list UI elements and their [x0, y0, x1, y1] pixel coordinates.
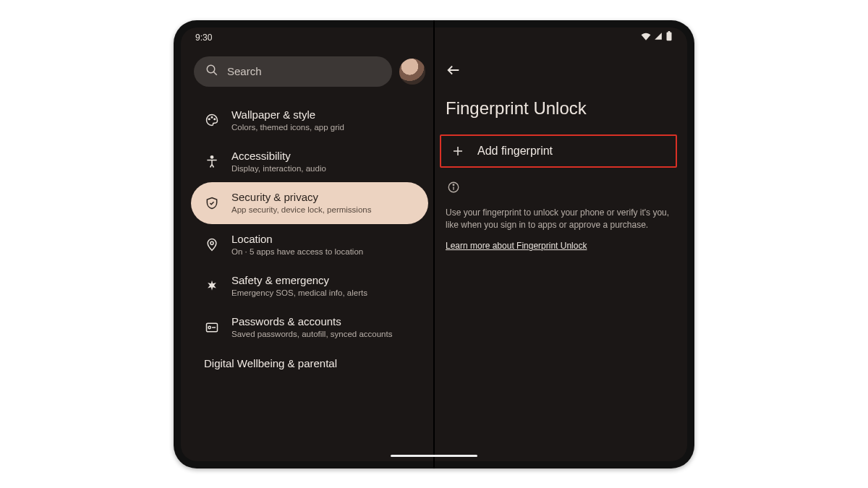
location-icon — [204, 236, 220, 252]
nav-handle[interactable] — [391, 455, 477, 457]
svg-point-7 — [210, 155, 213, 158]
emergency-icon — [204, 278, 220, 294]
sidebar-item-sub: On · 5 apps have access to location — [231, 247, 363, 257]
sidebar-item-sub: Emergency SOS, medical info, alerts — [231, 288, 367, 298]
add-fingerprint-label: Add fingerprint — [477, 145, 553, 158]
signal-icon — [654, 32, 663, 43]
wifi-icon — [641, 32, 651, 43]
sidebar-item-security[interactable]: Security & privacy App security, device … — [191, 182, 428, 223]
sidebar-item-sub: Colors, themed icons, app grid — [231, 122, 344, 132]
sidebar-item-label: Safety & emergency — [231, 274, 367, 286]
svg-point-8 — [210, 242, 213, 245]
shield-icon — [204, 195, 220, 211]
device-frame: 9:30 Search — [174, 20, 694, 468]
settings-list: Wallpaper & style Colors, themed icons, … — [191, 100, 428, 369]
sidebar-item-accessibility[interactable]: Accessibility Display, interaction, audi… — [191, 141, 428, 182]
plus-icon — [451, 145, 464, 158]
info-icon — [440, 181, 677, 197]
screen: 9:30 Search — [181, 27, 687, 461]
accessibility-icon — [204, 154, 220, 170]
svg-point-5 — [211, 117, 213, 119]
sidebar-item-label: Digital Wellbeing & parental — [204, 357, 337, 369]
back-button[interactable] — [446, 62, 461, 81]
battery-icon — [665, 31, 673, 43]
search-row: Search — [194, 56, 425, 87]
status-time: 9:30 — [195, 33, 212, 43]
detail-pane: Fingerprint Unlock Add fingerprint Use y… — [434, 27, 687, 461]
svg-point-10 — [208, 326, 210, 328]
learn-more-link[interactable]: Learn more about Fingerprint Unlock — [440, 241, 587, 251]
settings-list-pane: Search Wallpaper & style Colors, themed … — [181, 27, 434, 461]
search-placeholder: Search — [227, 65, 262, 77]
search-icon — [205, 64, 218, 79]
status-right — [641, 31, 673, 43]
svg-point-6 — [214, 119, 216, 120]
sidebar-item-sub: App security, device lock, permissions — [231, 205, 371, 215]
svg-rect-1 — [668, 31, 671, 33]
status-bar: 9:30 — [181, 27, 687, 48]
info-text: Use your fingerprint to unlock your phon… — [440, 207, 677, 232]
add-fingerprint-button[interactable]: Add fingerprint — [440, 134, 677, 168]
sidebar-item-wallpaper[interactable]: Wallpaper & style Colors, themed icons, … — [191, 100, 428, 141]
svg-point-17 — [453, 184, 454, 185]
svg-line-3 — [213, 72, 217, 75]
sidebar-item-label: Accessibility — [231, 150, 326, 162]
key-icon — [204, 320, 220, 335]
sidebar-item-label: Wallpaper & style — [231, 108, 344, 121]
palette-icon — [204, 112, 220, 128]
avatar[interactable] — [399, 59, 425, 85]
svg-point-2 — [207, 65, 215, 73]
svg-point-4 — [208, 119, 210, 120]
sidebar-item-wellbeing[interactable]: Digital Wellbeing & parental — [191, 348, 428, 369]
search-input[interactable]: Search — [194, 56, 392, 87]
sidebar-item-label: Location — [231, 233, 363, 245]
sidebar-item-sub: Saved passwords, autofill, synced accoun… — [231, 329, 392, 339]
svg-rect-0 — [667, 32, 672, 40]
sidebar-item-sub: Display, interaction, audio — [231, 163, 326, 174]
sidebar-item-label: Passwords & accounts — [231, 315, 392, 328]
sidebar-item-location[interactable]: Location On · 5 apps have access to loca… — [191, 224, 428, 265]
sidebar-item-passwords[interactable]: Passwords & accounts Saved passwords, au… — [191, 307, 428, 348]
sidebar-item-label: Security & privacy — [231, 191, 371, 203]
sidebar-item-safety[interactable]: Safety & emergency Emergency SOS, medica… — [191, 265, 428, 307]
page-title: Fingerprint Unlock — [440, 98, 677, 119]
